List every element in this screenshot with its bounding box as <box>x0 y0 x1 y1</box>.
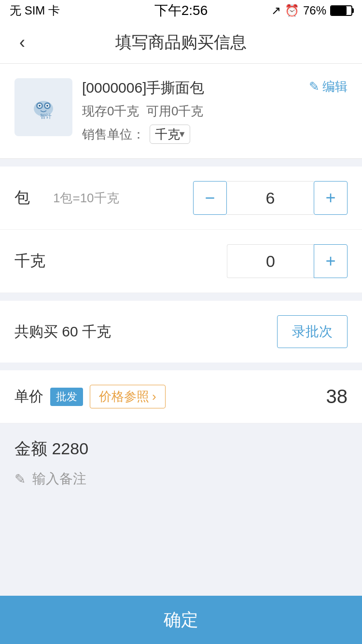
nav-bar: ‹ 填写商品购买信息 <box>0 21 362 64</box>
package-increment-button[interactable]: + <box>314 181 348 215</box>
package-decrement-button[interactable]: − <box>193 181 227 215</box>
product-thumbnail: 智计 <box>14 78 72 136</box>
package-quantity-input[interactable] <box>227 181 314 215</box>
svg-point-5 <box>39 105 41 107</box>
product-name: [0000006]手撕面包 <box>82 78 204 98</box>
amount-section: 金额 2280 ✎ 输入备注 <box>0 423 362 503</box>
unit-select-wrap[interactable]: 千克 <box>150 125 190 144</box>
status-time: 下午2:56 <box>154 1 208 20</box>
confirm-button[interactable]: 确定 <box>0 596 362 644</box>
price-value: 38 <box>326 386 348 407</box>
amount-value: 2280 <box>52 439 88 458</box>
batch-tag: 批发 <box>50 388 83 406</box>
kilogram-row: 千克 + <box>0 230 362 293</box>
note-row[interactable]: ✎ 输入备注 <box>14 470 348 488</box>
alarm-icon: ⏰ <box>285 4 299 17</box>
back-button[interactable]: ‹ <box>14 28 30 57</box>
edit-icon: ✎ <box>309 79 320 94</box>
amount-row: 金额 2280 <box>14 438 348 460</box>
kilogram-increment-button[interactable]: + <box>314 244 348 278</box>
svg-text:智计: 智计 <box>40 113 52 119</box>
kilogram-quantity-input[interactable] <box>227 244 314 278</box>
product-info: [0000006]手撕面包 ✎ 编辑 现存0千克 可用0千克 销售单位： 千克 <box>82 78 348 144</box>
status-left: 无 SIM 卡 <box>10 3 65 18</box>
price-label-area: 单价 批发 价格参照 › <box>14 385 166 408</box>
status-bar: 无 SIM 卡 下午2:56 ↗ ⏰ 76% <box>0 0 362 21</box>
price-reference-button[interactable]: 价格参照 › <box>90 385 166 408</box>
svg-point-6 <box>46 105 48 107</box>
quantity-section: 包 1包=10千克 − + 千克 + <box>0 167 362 293</box>
record-batch-button[interactable]: 录批次 <box>277 315 348 348</box>
total-text: 共购买 60 千克 <box>14 322 111 342</box>
price-label: 单价 <box>14 387 43 406</box>
edit-button[interactable]: ✎ 编辑 <box>309 78 348 95</box>
location-icon: ↗ <box>271 4 281 17</box>
note-placeholder: 输入备注 <box>32 470 86 488</box>
carrier-text: 无 SIM 卡 <box>10 3 60 18</box>
product-card: 智计 [0000006]手撕面包 ✎ 编辑 现存0千克 可用0千克 销售单位： … <box>0 64 362 159</box>
package-label: 包 <box>14 187 53 209</box>
kilogram-label: 千克 <box>14 251 53 272</box>
unit-select[interactable]: 千克 <box>150 125 190 144</box>
chevron-right-icon: › <box>152 389 156 404</box>
page-title: 填写商品购买信息 <box>115 31 247 54</box>
package-row: 包 1包=10千克 − + <box>0 167 362 230</box>
total-row: 共购买 60 千克 录批次 <box>0 293 362 363</box>
package-hint: 1包=10千克 <box>53 190 193 207</box>
pencil-icon: ✎ <box>14 471 26 487</box>
package-controls: − + <box>193 181 348 215</box>
battery-icon <box>330 5 352 16</box>
price-section: 单价 批发 价格参照 › 38 <box>0 370 362 423</box>
battery-text: 76% <box>303 4 326 17</box>
status-right: ↗ ⏰ 76% <box>271 4 352 17</box>
product-stock: 现存0千克 可用0千克 <box>82 103 348 120</box>
kilogram-controls: + <box>227 244 348 278</box>
product-unit: 销售单位： 千克 <box>82 125 348 144</box>
